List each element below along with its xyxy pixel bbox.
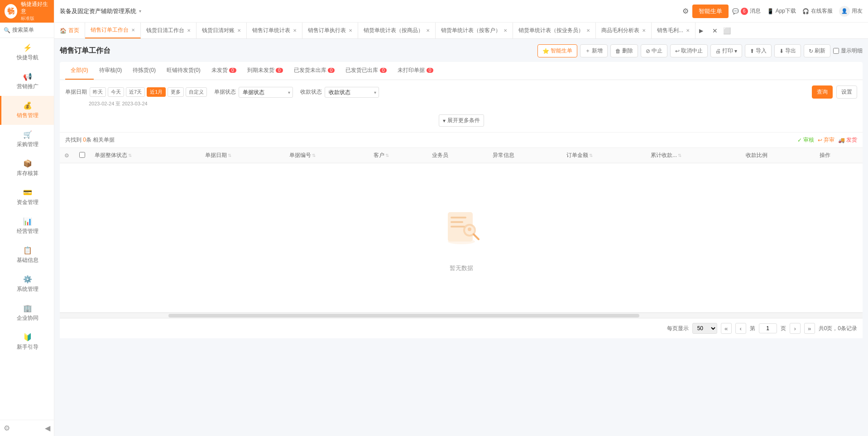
tab-home[interactable]: 🏠 首页 bbox=[54, 23, 85, 38]
tab-cash-reconcile[interactable]: 钱货日清对账 ✕ bbox=[197, 23, 247, 38]
filter-tab-label: 未发货 bbox=[211, 67, 228, 73]
quick-nav-icon: ⚡ bbox=[23, 43, 32, 52]
th-settings[interactable]: ⚙ bbox=[60, 148, 74, 163]
filter-tab-pending-pick[interactable]: 待拣货(0) bbox=[127, 62, 161, 80]
tab-maximize-icon[interactable]: ⬜ bbox=[721, 26, 733, 35]
tab-close-icon[interactable]: ✕ bbox=[237, 28, 241, 33]
prev-page-button[interactable]: ‹ bbox=[735, 323, 746, 334]
status-select[interactable]: 单据状态 bbox=[239, 87, 293, 98]
app-download-item[interactable]: 📱 App下载 bbox=[767, 7, 796, 15]
filter-tab-unshipped[interactable]: 未发货 0 bbox=[206, 62, 242, 80]
sidebar-item-inventory[interactable]: 📦 库存核算 bbox=[0, 154, 54, 183]
online-service-item[interactable]: 🎧 在线客服 bbox=[802, 7, 833, 15]
filter-tab-wangpu[interactable]: 旺铺待发货(0) bbox=[161, 62, 206, 80]
tab-gross-profit[interactable]: 商品毛利分析表 ✕ bbox=[596, 23, 652, 38]
purchase-icon: 🛒 bbox=[23, 130, 32, 139]
date-btn-today[interactable]: 今天 bbox=[108, 87, 124, 97]
export-button[interactable]: ⬇ 导出 bbox=[774, 44, 801, 57]
stop-button[interactable]: ⊘ 中止 bbox=[641, 44, 667, 57]
date-btn-7days[interactable]: 近7天 bbox=[126, 87, 145, 97]
filter-tab-overdue[interactable]: 到期未发货 0 bbox=[242, 62, 288, 80]
show-detail-checkbox[interactable]: 显示明细 bbox=[833, 47, 863, 55]
filter-tab-pending-audit[interactable]: 待审核(0) bbox=[94, 62, 128, 80]
expand-filter-button[interactable]: ▾ 展开更多条件 bbox=[439, 114, 484, 127]
page-number-input[interactable] bbox=[759, 323, 777, 333]
tab-close-icon[interactable]: ✕ bbox=[293, 28, 297, 33]
date-btn-yesterday[interactable]: 昨天 bbox=[90, 87, 106, 97]
search-button[interactable]: 查询 bbox=[812, 85, 833, 99]
th-amount: 订单金额⇅ bbox=[562, 148, 646, 163]
tab-sales-workbench[interactable]: 销售订单工作台 ✕ bbox=[85, 23, 141, 38]
tab-close-icon[interactable]: ✕ bbox=[131, 28, 135, 33]
tab-sales-exec[interactable]: 销售订单执行表 ✕ bbox=[302, 23, 358, 38]
sidebar-item-purchase[interactable]: 🛒 采购管理 bbox=[0, 125, 54, 154]
filter-tab-all[interactable]: 全部(0) bbox=[65, 62, 94, 80]
empty-cell: 暂无数据 bbox=[60, 163, 863, 313]
sidebar-item-sales[interactable]: 💰 销售管理 bbox=[0, 96, 54, 125]
sidebar-item-finance[interactable]: 💳 资金管理 bbox=[0, 183, 54, 212]
ship-action-btn[interactable]: 🚚 发货 bbox=[838, 136, 857, 144]
add-button[interactable]: ＋ 新增 bbox=[580, 44, 608, 57]
sidebar-logo: 畅 畅捷通好生意 标准版 bbox=[0, 0, 54, 23]
date-btn-1month[interactable]: 近1月 bbox=[147, 87, 166, 97]
revoke-action-btn[interactable]: ↩ 弃审 bbox=[818, 136, 834, 144]
filter-tab-unprinted[interactable]: 未打印单据 0 bbox=[392, 62, 439, 80]
user-name: 用友 bbox=[852, 7, 863, 15]
scrollbar-thumb[interactable] bbox=[168, 314, 639, 318]
collapse-icon[interactable]: ◀ bbox=[45, 424, 50, 432]
first-page-button[interactable]: « bbox=[721, 323, 732, 334]
delete-button[interactable]: 🗑 删除 bbox=[610, 44, 638, 57]
sidebar-search[interactable]: 🔍 搜索菜单 bbox=[0, 23, 54, 38]
total-info: 共0页，0条记录 bbox=[819, 325, 857, 332]
select-all-checkbox[interactable] bbox=[79, 152, 85, 158]
print-button[interactable]: 🖨 打印 ▾ bbox=[710, 44, 742, 57]
date-btn-custom[interactable]: 自定义 bbox=[186, 87, 207, 97]
tab-sales-product[interactable]: 销货单统计表（按商品） ✕ bbox=[358, 23, 436, 38]
audit-action-btn[interactable]: ✓ 审核 bbox=[797, 136, 814, 144]
smart-create-button[interactable]: ⭐ 智能生单 bbox=[537, 44, 577, 57]
user-item[interactable]: 👤 用友 bbox=[839, 6, 863, 17]
filter-tab-shipped-not-out[interactable]: 已发货未出库 0 bbox=[288, 62, 340, 80]
sidebar-item-guide[interactable]: 🔰 新手引导 bbox=[0, 327, 54, 356]
tab-cash-clear[interactable]: 钱货日清工作台 ✕ bbox=[141, 23, 197, 38]
topbar-settings-icon[interactable]: ⚙ bbox=[682, 7, 689, 15]
tab-close-icon[interactable]: ✕ bbox=[187, 28, 191, 33]
payment-select[interactable]: 收款状态 bbox=[325, 87, 379, 98]
sidebar-item-operations[interactable]: 📊 经营管理 bbox=[0, 212, 54, 241]
tabbar-more[interactable]: ▶ bbox=[695, 28, 707, 34]
sidebar-item-marketing[interactable]: 📢 营销推广 bbox=[0, 67, 54, 96]
solution-button[interactable]: 智能生单 bbox=[692, 5, 729, 18]
filter-tab-shipped-out[interactable]: 已发货已出库 0 bbox=[340, 62, 392, 80]
tab-close-icon[interactable]: ✕ bbox=[349, 28, 352, 33]
plus-icon: ＋ bbox=[585, 47, 590, 55]
sidebar-item-label: 营销推广 bbox=[17, 83, 38, 90]
tab-sales-customer[interactable]: 销货单统计表（按客户） ✕ bbox=[436, 23, 513, 38]
th-checkbox[interactable] bbox=[74, 148, 90, 163]
tab-close-icon[interactable]: ✕ bbox=[504, 28, 507, 33]
tab-close-icon[interactable]: ✕ bbox=[586, 28, 590, 33]
cancel-stop-button[interactable]: ↩ 取消中止 bbox=[670, 44, 708, 57]
setting-button[interactable]: 设置 bbox=[836, 85, 857, 99]
settings-icon[interactable]: ⚙ bbox=[4, 424, 10, 432]
sidebar-item-enterprise[interactable]: 🏢 企业协同 bbox=[0, 299, 54, 327]
date-btn-more[interactable]: 更多 bbox=[168, 87, 184, 97]
refresh-button[interactable]: ↻ 刷新 bbox=[804, 44, 830, 57]
message-item[interactable]: 💬 6 消息 bbox=[732, 7, 761, 15]
tab-close-icon[interactable]: ✕ bbox=[426, 28, 430, 33]
tab-sales-stats[interactable]: 销售订单统计表 ✕ bbox=[247, 23, 302, 38]
sidebar-item-system[interactable]: ⚙️ 系统管理 bbox=[0, 270, 54, 299]
per-page-select[interactable]: 50 20 100 bbox=[692, 323, 717, 334]
tab-close-icon[interactable]: ✕ bbox=[642, 28, 646, 33]
tab-close-icon[interactable]: ✕ bbox=[686, 28, 690, 33]
last-page-button[interactable]: » bbox=[804, 323, 815, 334]
sidebar-item-quick-nav[interactable]: ⚡ 快捷导航 bbox=[0, 38, 54, 67]
scrollbar-area[interactable] bbox=[60, 313, 863, 318]
tab-close-all-icon[interactable]: ✕ bbox=[710, 26, 719, 35]
sidebar-item-basic-info[interactable]: 📋 基础信息 bbox=[0, 241, 54, 270]
import-button[interactable]: ⬆ 导入 bbox=[745, 44, 772, 57]
tab-sales-staff[interactable]: 销货单统计表（按业务员） ✕ bbox=[513, 23, 596, 38]
next-page-button[interactable]: › bbox=[790, 323, 801, 334]
show-detail-input[interactable] bbox=[833, 48, 839, 54]
filter-tab-label: 已发货已出库 bbox=[345, 67, 378, 73]
tab-sales-gross[interactable]: 销售毛利... ✕ bbox=[652, 23, 695, 38]
